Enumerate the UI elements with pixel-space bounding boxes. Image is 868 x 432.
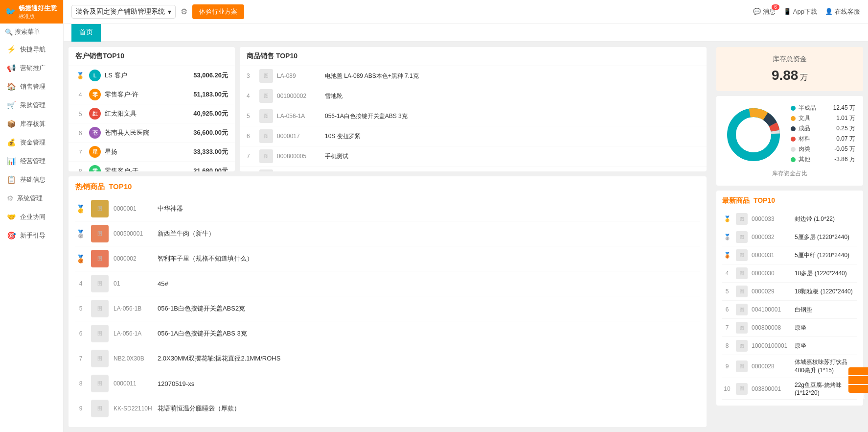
- hot-product-item-9[interactable]: 9 图 KK-SD22110H 花语萌恒温分腿睡袋（厚款）: [75, 396, 700, 421]
- hot-product-name-4: 45#: [158, 280, 700, 288]
- service-community-btn[interactable]: 服务社区: [848, 376, 868, 384]
- hot-medal-2: 🥈: [75, 229, 86, 239]
- finance-icon: 💰: [7, 138, 16, 147]
- hot-product-item-5[interactable]: 5 图 LA-056-1B 056-1B白色按键开关盖ABS2克: [75, 296, 700, 321]
- new-products-list: 🥇 图 0000033 封边带 (1.0*22) 🥈 图 0000032 5厘多…: [722, 210, 857, 400]
- new-product-item-9[interactable]: 9 图 0000028 体城嘉枝味苏打饮品400毫升 (1*15): [722, 355, 857, 378]
- trial-button[interactable]: 体验行业方案: [192, 4, 244, 19]
- new-product-item-3[interactable]: 🥉 图 0000031 5厘中纤 (1220*2440): [722, 246, 857, 264]
- settings-icon[interactable]: ⚙: [181, 7, 187, 16]
- hot-rank-num-9: 9: [75, 405, 86, 412]
- sidebar-item-system[interactable]: ⚙ 系统管理: [0, 189, 63, 208]
- customer-rank-7[interactable]: 7 星 星扬 33,333.00元: [69, 143, 235, 162]
- hot-product-name-3: 智利车子里（规格不知道填什么）: [158, 254, 700, 263]
- sidebar-item-operations[interactable]: 📊 经营管理: [0, 152, 63, 170]
- new-product-name-1: 封边带 (1.0*22): [795, 215, 857, 223]
- inventory-unit: 万: [800, 73, 808, 81]
- system-icon: ⚙: [7, 194, 13, 203]
- hot-product-item-2[interactable]: 🥈 图 000500001 新西兰牛肉（新牛）: [75, 221, 700, 246]
- new-product-item-8[interactable]: 8 图 10000100001 原坐: [722, 337, 857, 355]
- hot-product-item-7[interactable]: 7 图 NB2.0X30B 2.0X30MM双摆花轴:摆花直径2.1MM/ROH…: [75, 346, 700, 371]
- tab-home[interactable]: 首页: [71, 24, 101, 42]
- legend-item-5: 肉类 -0.05 万: [791, 145, 855, 153]
- sidebar-item-enterprise[interactable]: 🤝 企业协同: [0, 208, 63, 226]
- new-product-img-10: 图: [736, 383, 748, 395]
- hot-product-code-4: 01: [114, 280, 153, 287]
- new-product-img-9: 图: [736, 360, 748, 372]
- operations-icon: 📊: [7, 157, 16, 166]
- new-product-item-7[interactable]: 7 图 000800008 原坐: [722, 319, 857, 337]
- new-product-code-6: 004100001: [752, 306, 791, 313]
- hot-medal-3: 🥉: [75, 254, 86, 264]
- product-rank-7[interactable]: 7 图 000800005 手机测试: [240, 146, 707, 167]
- sidebar-item-inventory[interactable]: 📦 库存核算: [0, 115, 63, 133]
- new-product-item-6[interactable]: 6 图 004100001 白钢垫: [722, 301, 857, 319]
- hot-product-item-4[interactable]: 4 图 01 45#: [75, 271, 700, 296]
- sidebar-item-purchase[interactable]: 🛒 采购管理: [0, 96, 63, 115]
- product-rank-6[interactable]: 6 图 0000017 10S 变扭罗紧: [240, 126, 707, 146]
- new-product-img-1: 图: [736, 213, 748, 225]
- product-rank-3[interactable]: 3 图 LA-089 电池盖 LA-089 ABS本色+黑种 7.1克: [240, 66, 707, 86]
- customer-rank-6[interactable]: 6 苍 苍南县人民医院 36,600.00元: [69, 123, 235, 143]
- basic-info-icon: 📋: [7, 175, 16, 184]
- new-product-item-5[interactable]: 5 图 0000029 18颗粒板 (1220*2440): [722, 283, 857, 301]
- legend-item-6: 其他 -3.86 万: [791, 155, 855, 164]
- main-area: 装备及固定资产辅助管理系统 ▾ ⚙ 体验行业方案 💬 消息 6 📱 App下载 …: [64, 0, 868, 432]
- phone-icon: 📱: [783, 8, 791, 15]
- app-download-button[interactable]: 📱 App下载: [783, 7, 817, 16]
- hot-product-img-1: 图: [91, 200, 109, 217]
- customer-badge-5: 红: [89, 108, 101, 120]
- new-product-item-1[interactable]: 🥇 图 0000033 封边带 (1.0*22): [722, 210, 857, 228]
- new-products-card: 最新商品 TOP10 🥇 图 0000033 封边带 (1.0*22) 🥈 图 …: [716, 191, 863, 406]
- hot-product-item-6[interactable]: 6 图 LA-056-1A 056-1A白色按键开关盖ABS 3克: [75, 321, 700, 346]
- product-rank-5[interactable]: 5 图 LA-056-1A 056-1A白色按键开关盖ABS 3克: [240, 106, 707, 126]
- sidebar-item-basic-info[interactable]: 📋 基础信息: [0, 170, 63, 189]
- hot-product-img-9: 图: [91, 400, 109, 417]
- customer-rank-5[interactable]: 5 红 红太阳文具 40,925.00元: [69, 104, 235, 123]
- sidebar-item-guide[interactable]: 🎯 新手引导: [0, 226, 63, 245]
- sidebar-item-marketing[interactable]: 📢 营销推广: [0, 59, 63, 77]
- donut-chart: [724, 105, 783, 164]
- hot-product-name-2: 新西兰牛肉（新牛）: [158, 229, 700, 238]
- search-menu-item[interactable]: 🔍 搜索菜单: [0, 24, 63, 40]
- hot-product-name-7: 2.0X30MM双摆花轴:摆花直径2.1MM/ROHS: [158, 354, 700, 363]
- hot-product-code-6: LA-056-1A: [114, 330, 153, 337]
- hot-product-code-5: LA-056-1B: [114, 305, 153, 312]
- hot-product-item-1[interactable]: 🥇 图 0000001 中华神器: [75, 196, 700, 221]
- new-product-img-4: 图: [736, 267, 748, 279]
- new-product-img-3: 图: [736, 249, 748, 261]
- product-rank-8[interactable]: 8 图 0000021 夹克: [240, 167, 707, 171]
- hot-product-name-1: 中华神器: [158, 204, 700, 213]
- topbar: 装备及固定资产辅助管理系统 ▾ ⚙ 体验行业方案 💬 消息 6 📱 App下载 …: [64, 0, 868, 24]
- customer-rank-8[interactable]: 8 零 零售客户-于 21,680.00元: [69, 162, 235, 171]
- hot-product-item-8[interactable]: 8 图 0000011 12070519-xs: [75, 371, 700, 396]
- messages-button[interactable]: 💬 消息 6: [753, 7, 776, 16]
- customer-rank-4[interactable]: 4 零 零售客户-许 51,183.00元: [69, 85, 235, 104]
- customer-rank-1[interactable]: 🏅 L LS 客户 53,006.26元: [69, 66, 235, 85]
- legend-dot-2: [791, 116, 796, 121]
- hot-product-img-8: 图: [91, 375, 109, 392]
- live-btn[interactable]: 直播: [848, 385, 868, 393]
- guide-icon: 🎯: [7, 231, 16, 240]
- sidebar-item-finance[interactable]: 💰 资金管理: [0, 133, 63, 152]
- product-rank-4[interactable]: 4 图 001000002 雪地靴: [240, 86, 707, 106]
- new-product-code-2: 0000032: [752, 234, 791, 240]
- legend-dot-1: [791, 106, 796, 111]
- new-product-item-4[interactable]: 4 图 0000030 18多层 (1220*2440): [722, 264, 857, 283]
- inventory-total-value: 9.88: [772, 68, 799, 83]
- hot-product-name-6: 056-1A白色按键开关盖ABS 3克: [158, 329, 700, 338]
- new-product-item-2[interactable]: 🥈 图 0000032 5厘多层 (1220*2440): [722, 228, 857, 246]
- sidebar-item-quick-nav[interactable]: ⚡ 快捷导航: [0, 40, 63, 59]
- sidebar-item-sales[interactable]: 🏠 销售管理: [0, 77, 63, 96]
- product-img-5: 图: [259, 109, 273, 123]
- hot-product-item-3[interactable]: 🥉 图 0000002 智利车子里（规格不知道填什么）: [75, 246, 700, 271]
- topbar-right-actions: 💬 消息 6 📱 App下载 👤 在线客服: [753, 7, 860, 16]
- hot-rank-num-8: 8: [75, 380, 86, 387]
- product-img-3: 图: [259, 69, 273, 83]
- online-service-button[interactable]: 👤 在线客服: [825, 7, 860, 16]
- system-select[interactable]: 装备及固定资产辅助管理系统 ▾: [71, 5, 176, 19]
- new-product-item-10[interactable]: 10 图 003800001 22g鱼豆腐-烧烤味 (1*12*20): [722, 378, 857, 400]
- new-product-name-5: 18颗粒板 (1220*2440): [795, 288, 857, 296]
- new-product-img-7: 图: [736, 322, 748, 334]
- service-hotline-btn[interactable]: 客服热线: [848, 367, 868, 375]
